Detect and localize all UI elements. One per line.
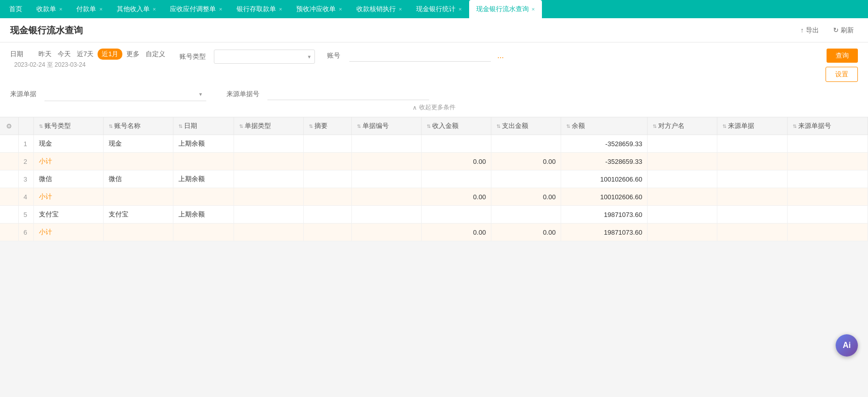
th-gear[interactable]: ⚙ [0, 117, 18, 135]
settings-button[interactable]: 设置 [826, 67, 858, 82]
th-counterpart[interactable]: ⇅对方户名 [648, 117, 717, 135]
row-date-3 [173, 188, 234, 206]
date-opt-yesterday[interactable]: 昨天 [36, 49, 54, 60]
nav-tab-2[interactable]: 其他收入单 × [110, 0, 163, 18]
close-icon[interactable]: × [219, 0, 222, 18]
nav-home[interactable]: 首页 [2, 0, 29, 18]
date-opt-today[interactable]: 今天 [56, 49, 73, 60]
row-balance-0: -3528659.33 [561, 135, 648, 153]
close-icon[interactable]: × [153, 0, 156, 18]
nav-tab-8[interactable]: 现金银行流水查询 × [469, 0, 542, 18]
th-source-doc-no[interactable]: ⇅来源单据号 [787, 117, 868, 135]
close-icon[interactable]: × [339, 0, 342, 18]
row-num-5: 6 [18, 224, 33, 241]
row-source-doc-3 [717, 188, 787, 206]
th-account-type[interactable]: ⇅账号类型 [33, 117, 103, 135]
th-balance[interactable]: ⇅余额 [561, 117, 648, 135]
row-doc-no-5 [352, 224, 422, 241]
date-opt-1month[interactable]: 近1月 [98, 49, 122, 60]
top-nav: 首页 收款单 × 付款单 × 其他收入单 × 应收应付调整单 × 银行存取款单 … [0, 0, 868, 18]
refresh-icon: ↻ [833, 26, 839, 34]
row-balance-5: 19871073.60 [561, 224, 648, 241]
row-account-name-1 [103, 153, 173, 170]
row-source-doc-no-4 [787, 206, 868, 224]
nav-tab-5[interactable]: 预收冲应收单 × [289, 0, 349, 18]
row-source-doc-5 [717, 224, 787, 241]
close-icon[interactable]: × [399, 0, 402, 18]
filter-area: 日期 昨天 今天 近7天 近1月 更多 自定义 2023-02-24 至 202… [0, 42, 868, 117]
close-icon[interactable]: × [59, 0, 62, 18]
row-gear-1 [0, 153, 18, 170]
th-source-doc[interactable]: ⇅来源单据 [717, 117, 787, 135]
data-table: ⚙ ⇅账号类型 ⇅账号名称 ⇅日期 ⇅单据类型 ⇅摘要 ⇅单据编号 ⇅收入金额 … [0, 117, 868, 241]
page-title: 现金银行流水查询 [10, 24, 83, 36]
source-doc-select[interactable] [44, 87, 206, 101]
nav-tab-6[interactable]: 收款核销执行 × [349, 0, 409, 18]
source-doc-no-label: 来源单据号 [226, 90, 259, 99]
row-account-type-1: 小计 [33, 153, 103, 170]
th-doc-no[interactable]: ⇅单据编号 [352, 117, 422, 135]
row-gear-3 [0, 188, 18, 206]
th-date[interactable]: ⇅日期 [173, 117, 234, 135]
source-doc-label: 来源单据 [10, 90, 36, 99]
row-source-doc-no-2 [787, 170, 868, 188]
nav-tab-7[interactable]: 现金银行统计 × [409, 0, 469, 18]
row-num-1: 2 [18, 153, 33, 170]
nav-tab-4[interactable]: 银行存取款单 × [230, 0, 289, 18]
row-source-doc-no-1 [787, 153, 868, 170]
account-type-select[interactable] [214, 50, 315, 64]
date-opt-custom[interactable]: 自定义 [144, 49, 167, 60]
source-doc-no-input[interactable] [267, 88, 429, 100]
table-row: 2 小计 0.00 0.00 -3528659.33 [0, 153, 868, 170]
table-row: 4 小计 0.00 0.00 100102606.60 [0, 188, 868, 206]
table-row: 1 现金 现金 上期余额 -3528659.33 [0, 135, 868, 153]
source-row: 来源单据 ▾ 来源单据号 [10, 87, 858, 101]
date-opt-7days[interactable]: 近7天 [75, 49, 96, 60]
th-doc-type[interactable]: ⇅单据类型 [234, 117, 303, 135]
th-summary[interactable]: ⇅摘要 [303, 117, 351, 135]
row-balance-3: 100102606.60 [561, 188, 648, 206]
row-account-type-5: 小计 [33, 224, 103, 241]
nav-tab-1[interactable]: 付款单 × [69, 0, 109, 18]
row-income-5: 0.00 [422, 224, 491, 241]
row-income-4 [422, 206, 491, 224]
query-button[interactable]: 查询 [827, 49, 858, 63]
close-icon[interactable]: × [532, 0, 535, 18]
close-icon[interactable]: × [99, 0, 102, 18]
close-icon[interactable]: × [279, 0, 282, 18]
th-income[interactable]: ⇅收入金额 [422, 117, 491, 135]
nav-tab-3[interactable]: 应收应付调整单 × [163, 0, 229, 18]
close-icon[interactable]: × [459, 0, 462, 18]
row-expense-3: 0.00 [491, 188, 561, 206]
row-income-1: 0.00 [422, 153, 491, 170]
row-summary-0 [303, 135, 351, 153]
source-doc-group: 来源单据 ▾ [10, 87, 206, 101]
th-expense[interactable]: ⇅支出金额 [491, 117, 561, 135]
date-opt-more[interactable]: 更多 [124, 49, 142, 60]
date-range-display: 2023-02-24 至 2023-03-24 [14, 61, 85, 69]
date-label: 日期 [10, 50, 30, 59]
row-income-2 [422, 170, 491, 188]
account-input[interactable] [349, 50, 491, 62]
nav-tab-0[interactable]: 收款单 × [29, 0, 69, 18]
table-header-row: ⚙ ⇅账号类型 ⇅账号名称 ⇅日期 ⇅单据类型 ⇅摘要 ⇅单据编号 ⇅收入金额 … [0, 117, 868, 135]
dots-button[interactable]: ... [497, 51, 504, 60]
row-date-4: 上期余额 [173, 206, 234, 224]
row-source-doc-no-5 [787, 224, 868, 241]
row-balance-4: 19871073.60 [561, 206, 648, 224]
row-doc-type-0 [234, 135, 303, 153]
row-source-doc-0 [717, 135, 787, 153]
row-source-doc-1 [717, 153, 787, 170]
row-summary-4 [303, 206, 351, 224]
row-counterpart-1 [648, 153, 717, 170]
refresh-button[interactable]: ↻ 刷新 [829, 24, 858, 37]
table-row: 3 微信 微信 上期余额 100102606.60 [0, 170, 868, 188]
row-doc-no-2 [352, 170, 422, 188]
collapse-bar[interactable]: ∧ 收起更多条件 [10, 101, 858, 113]
th-account-name[interactable]: ⇅账号名称 [103, 117, 173, 135]
export-button[interactable]: ↑ 导出 [797, 24, 824, 37]
row-date-0: 上期余额 [173, 135, 234, 153]
row-num-0: 1 [18, 135, 33, 153]
row-account-name-5 [103, 224, 173, 241]
row-account-type-0: 现金 [33, 135, 103, 153]
